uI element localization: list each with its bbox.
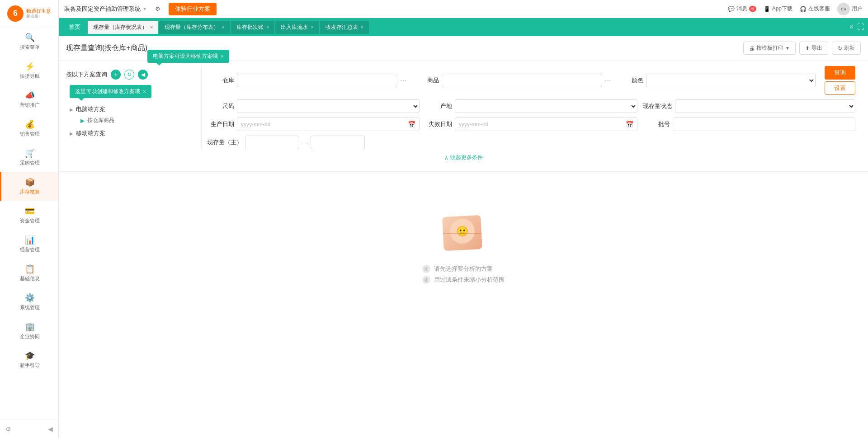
- expire-date-input[interactable]: yyyy-mm-dd 📅: [455, 118, 637, 131]
- trial-button[interactable]: 体验行业方案: [169, 3, 217, 15]
- sidebar-item-enterprise[interactable]: 🏢 企业协同: [0, 316, 58, 345]
- message-icon: 💬: [728, 6, 735, 12]
- stock-main-label: 现存量（主）: [207, 138, 242, 146]
- warehouse-label: 仓库: [207, 76, 234, 85]
- refresh-scheme-button[interactable]: ↻: [124, 70, 134, 80]
- arrow-scheme-button[interactable]: ◀: [138, 70, 148, 80]
- message-badge: 6: [749, 6, 756, 12]
- tab-close-summary[interactable]: ×: [361, 24, 363, 30]
- warehouse-more-button[interactable]: ···: [400, 76, 406, 85]
- header-left: 装备及固定资产辅助管理系统 ▼ ⚙ 体验行业方案: [64, 3, 217, 15]
- online-service-button[interactable]: 🎧 在线客服: [800, 5, 830, 13]
- app-logo-text: 畅通好生意 标准版: [26, 8, 51, 19]
- settings-button[interactable]: ⚙: [5, 425, 11, 433]
- tab-close-inventory-dist[interactable]: ×: [222, 24, 224, 30]
- collapse-sidebar-button[interactable]: ◀: [48, 425, 53, 433]
- sidebar-item-guide[interactable]: 🎓 新手引导: [0, 345, 58, 374]
- settings-gear-button[interactable]: ⚙: [151, 3, 164, 15]
- desktop-arrow-icon: ▶: [70, 107, 73, 112]
- stock-status-label: 现存量状态: [643, 102, 672, 110]
- tab-close-inventory-status[interactable]: ×: [150, 24, 153, 30]
- tab-close-batch[interactable]: ×: [266, 24, 269, 30]
- tab-bar: 首页 现存量（库存状况表） × 现存量（库存分布表） × 库存批次账 × 出入库…: [59, 18, 868, 36]
- expire-date-label: 失效日期: [425, 120, 452, 128]
- main-content: 现存量查询(按仓库+商品) 🖨 按模板打印 ▼ ⬆ 导出 ↻ 刷新: [59, 36, 868, 438]
- tooltip1-text: 电脑方案可设为移动方案哦: [153, 52, 218, 60]
- batch-input[interactable]: [673, 118, 855, 131]
- collapse-filters-button[interactable]: ∧ 收起更多条件: [66, 149, 861, 166]
- tab-inventory-dist[interactable]: 现存量（库存分布表） ×: [159, 21, 230, 34]
- tab-inventory-status[interactable]: 现存量（库存状况表） ×: [88, 21, 158, 34]
- tab-inout-flow[interactable]: 出入库流水 ×: [275, 21, 319, 34]
- purchase-icon: 🛒: [25, 148, 35, 158]
- sidebar-item-marketing[interactable]: 📣 营销推广: [0, 85, 58, 114]
- empty-tip-2: ② 用过滤条件来缩小分析范围: [422, 276, 505, 284]
- size-label: 尺码: [207, 102, 234, 110]
- user-menu[interactable]: Ea 用户: [837, 3, 863, 15]
- filter-cell-size: 尺码: [207, 99, 420, 113]
- mobile-arrow-icon: ▶: [70, 131, 73, 136]
- stock-status-select[interactable]: [675, 99, 855, 113]
- app-download-button[interactable]: 📱 App下载: [764, 5, 793, 13]
- tab-stock-summary[interactable]: 收发存汇总表 ×: [320, 21, 369, 34]
- tab-fullscreen-button[interactable]: ⛶: [857, 23, 864, 31]
- sidebar-item-finance[interactable]: 💳 资金管理: [0, 201, 58, 230]
- sidebar-item-quick[interactable]: ⚡ 快捷导航: [0, 56, 58, 85]
- scheme-item-label: 按仓库商品: [87, 117, 114, 124]
- sidebar-item-inventory[interactable]: 📦 库存核算: [0, 172, 58, 201]
- produce-date-input[interactable]: yyyy-mm-dd 📅: [237, 118, 420, 131]
- stock-main-from[interactable]: [245, 136, 299, 149]
- print-button[interactable]: 🖨 按模板打印 ▼: [743, 42, 796, 55]
- scheme-item-warehouse[interactable]: ▶ 按仓库商品: [77, 115, 201, 126]
- sidebar-item-label: 系统管理: [20, 304, 40, 311]
- sidebar-item-sales[interactable]: 💰 销售管理: [0, 114, 58, 143]
- goods-input[interactable]: [442, 74, 602, 87]
- empty-tip-1: ① 请先选择要分析的方案: [422, 265, 505, 273]
- filter-row-2: 尺码 产地 现存量状态: [207, 99, 855, 113]
- add-scheme-button[interactable]: +: [111, 70, 121, 80]
- sidebar-item-label: 快捷导航: [20, 73, 40, 80]
- tab-close-all-button[interactable]: ×: [849, 23, 854, 31]
- sidebar-item-system[interactable]: ⚙️ 系统管理: [0, 287, 58, 316]
- messages-button[interactable]: 💬 消息 6: [728, 5, 756, 13]
- tab-home[interactable]: 首页: [62, 20, 87, 34]
- origin-select[interactable]: [455, 99, 637, 113]
- filter-header: 按以下方案查询 + ↻ ◀ 电脑方案可设为移动方案哦 ×: [66, 70, 201, 80]
- tooltip1-close-button[interactable]: ×: [221, 53, 224, 60]
- header-right: 💬 消息 6 📱 App下载 🎧 在线客服 Ea 用户: [728, 3, 863, 15]
- tooltip2-close-button[interactable]: ×: [143, 89, 146, 95]
- refresh-button[interactable]: ↻ 刷新: [832, 42, 861, 55]
- sidebar-item-label: 营销推广: [20, 102, 40, 108]
- tab-close-inout[interactable]: ×: [311, 24, 313, 30]
- produce-date-label: 生产日期: [207, 120, 234, 128]
- stock-main-to[interactable]: [311, 136, 365, 149]
- print-icon: 🖨: [749, 45, 755, 52]
- warehouse-input[interactable]: [237, 74, 397, 87]
- sidebar-item-label: 销售管理: [20, 131, 40, 137]
- scheme-tree: ▶ 电脑端方案 ▶ 按仓库商品: [66, 102, 201, 143]
- filter-row-4: 现存量（主） —: [207, 136, 855, 149]
- sidebar-item-search[interactable]: 🔍 搜索菜单: [0, 27, 58, 56]
- desktop-scheme-header[interactable]: ▶ 电脑端方案: [66, 104, 201, 115]
- filter-row-1: 仓库 ··· 商品 ··· 颜色: [207, 66, 855, 95]
- marketing-icon: 📣: [25, 90, 35, 100]
- sidebar-item-operation[interactable]: 📊 经营管理: [0, 230, 58, 259]
- size-select[interactable]: [237, 99, 420, 113]
- filter-cell-expire-date: 失效日期 yyyy-mm-dd 📅: [425, 118, 637, 131]
- operation-icon: 📊: [25, 235, 35, 245]
- search-button[interactable]: 查询: [825, 66, 855, 80]
- sidebar-item-basic[interactable]: 📋 基础信息: [0, 259, 58, 287]
- stock-dash: —: [302, 139, 308, 146]
- goods-more-button[interactable]: ···: [605, 76, 611, 85]
- sidebar-item-purchase[interactable]: 🛒 采购管理: [0, 143, 58, 172]
- system-title-select[interactable]: 装备及固定资产辅助管理系统 ▼: [64, 5, 147, 13]
- mobile-scheme-header[interactable]: ▶ 移动端方案: [66, 127, 201, 139]
- tab-batch-account[interactable]: 库存批次账 ×: [231, 21, 274, 34]
- color-select[interactable]: [646, 74, 816, 87]
- reset-button[interactable]: 设置: [825, 81, 855, 95]
- filter-cell-stock-status: 现存量状态: [643, 99, 855, 113]
- sidebar-item-label: 搜索菜单: [20, 44, 40, 51]
- export-button[interactable]: ⬆ 导出: [799, 42, 828, 55]
- sidebar-item-label: 新手引导: [20, 362, 40, 369]
- empty-face: 😐: [450, 219, 475, 244]
